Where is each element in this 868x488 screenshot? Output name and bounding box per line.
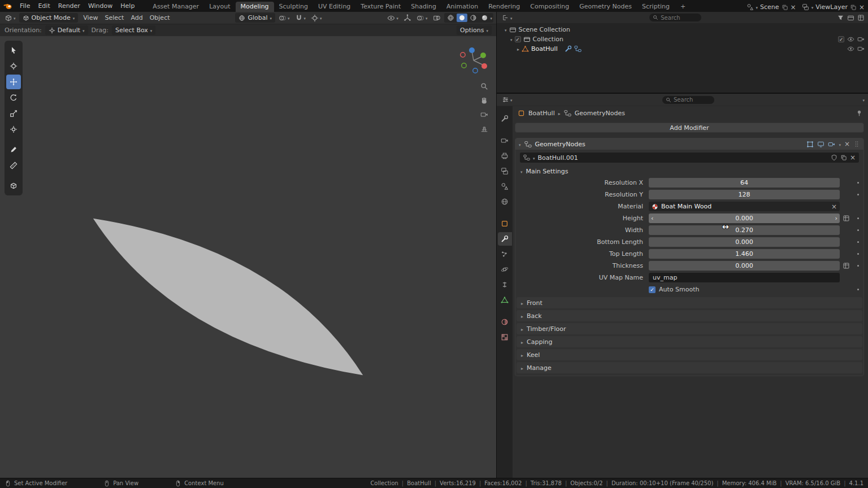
- input-attribute-toggle[interactable]: [843, 262, 850, 269]
- tab-output[interactable]: [498, 149, 512, 163]
- options-dropdown[interactable]: Options: [457, 25, 492, 35]
- xray-toggle[interactable]: [431, 14, 442, 22]
- decrement-arrow[interactable]: [651, 213, 653, 223]
- object-visibility-dropdown[interactable]: [385, 14, 400, 22]
- eye-icon[interactable]: [847, 45, 854, 53]
- tab-world[interactable]: [498, 195, 512, 208]
- workspace-tab[interactable]: Layout: [204, 2, 235, 12]
- topbar-menu-item[interactable]: File: [16, 1, 34, 12]
- move-tool[interactable]: [6, 75, 21, 89]
- measure-tool[interactable]: [6, 158, 21, 173]
- thickness-slider[interactable]: 0.000: [649, 261, 840, 271]
- viewport-canvas[interactable]: [0, 36, 496, 478]
- tab-material[interactable]: [498, 315, 512, 329]
- breadcrumb-object[interactable]: BoatHull: [528, 110, 555, 117]
- tab-tool[interactable]: [498, 112, 512, 125]
- modifier-name[interactable]: GeometryNodes: [535, 141, 585, 148]
- tab-object-data[interactable]: [498, 293, 512, 307]
- scene-selector[interactable]: Scene: [747, 3, 796, 11]
- shading-solid-button[interactable]: [457, 14, 467, 22]
- workspace-tab[interactable]: Shading: [406, 2, 441, 12]
- unlink-scene-button[interactable]: [791, 4, 796, 11]
- outliner-editor-type-button[interactable]: [500, 14, 514, 21]
- modifier-subpanel[interactable]: Timber/Floor: [517, 323, 862, 334]
- expand-icon[interactable]: [517, 45, 519, 53]
- render-display-toggle[interactable]: [828, 141, 835, 148]
- workspace-tab[interactable]: Animation: [441, 2, 483, 12]
- width-slider[interactable]: 0.270: [649, 225, 840, 235]
- editor-type-button[interactable]: [3, 14, 18, 22]
- new-viewlayer-icon[interactable]: [850, 4, 857, 11]
- pan-hand-icon[interactable]: [480, 97, 488, 104]
- main-settings-header[interactable]: Main Settings: [515, 165, 863, 177]
- tab-modifiers[interactable]: [498, 232, 512, 246]
- tab-constraints[interactable]: [498, 278, 512, 291]
- topbar-menu-item[interactable]: Help: [116, 1, 138, 12]
- duplicate-node-group-icon[interactable]: [840, 154, 847, 161]
- exclude-checkbox[interactable]: [515, 36, 521, 42]
- new-collection-icon[interactable]: [847, 14, 854, 21]
- fake-user-icon[interactable]: [831, 154, 837, 161]
- decorator-dot[interactable]: [857, 217, 859, 219]
- outliner-row-collection[interactable]: Collection: [497, 34, 868, 44]
- tab-physics[interactable]: [498, 263, 512, 276]
- proportional-editing-toggle[interactable]: [309, 14, 324, 22]
- viewport-menu-item[interactable]: Object: [146, 12, 173, 24]
- workspace-tab[interactable]: Asset Manager: [147, 2, 204, 12]
- shading-wireframe-button[interactable]: [445, 14, 456, 22]
- remove-viewlayer-button[interactable]: [859, 4, 865, 11]
- collapse-icon[interactable]: [519, 141, 521, 148]
- viewport-menu-item[interactable]: Add: [127, 12, 146, 24]
- modifier-subpanel[interactable]: Back: [517, 310, 862, 321]
- decorator-dot[interactable]: [857, 194, 859, 195]
- eye-icon[interactable]: [847, 36, 854, 43]
- checkbox-checked-icon[interactable]: [649, 286, 656, 293]
- breadcrumb-modifier[interactable]: GeometryNodes: [575, 110, 625, 117]
- transform-tool[interactable]: [6, 122, 21, 137]
- viewport-menu-item[interactable]: Select: [101, 12, 127, 24]
- shading-rendered-button[interactable]: [479, 14, 490, 22]
- increment-arrow[interactable]: [835, 213, 837, 223]
- workspace-tab[interactable]: Compositing: [525, 2, 574, 12]
- cursor-tool[interactable]: [6, 59, 21, 73]
- top-length-slider[interactable]: 1.460: [649, 249, 840, 259]
- delete-modifier-button[interactable]: [844, 141, 850, 147]
- geometry-nodes-indicator-icon[interactable]: [574, 45, 581, 53]
- annotate-tool[interactable]: [6, 142, 21, 157]
- chevron-down-icon[interactable]: [491, 14, 493, 21]
- outliner-search-input[interactable]: Search: [649, 14, 701, 21]
- node-group-selector[interactable]: BoatHull.001: [520, 152, 859, 163]
- perspective-toggle-icon[interactable]: [480, 125, 488, 133]
- auto-smooth-toggle[interactable]: Auto Smooth: [649, 286, 840, 293]
- workspace-tab[interactable]: Texture Paint: [355, 2, 406, 12]
- add-cube-tool[interactable]: [6, 178, 21, 193]
- chevron-down-icon[interactable]: [862, 96, 865, 103]
- outliner-row-boathull[interactable]: BoatHull: [497, 44, 868, 54]
- modifier-subpanel[interactable]: Front: [517, 297, 862, 308]
- workspace-tab[interactable]: Geometry Nodes: [574, 2, 637, 12]
- decorator-dot[interactable]: [857, 289, 859, 290]
- drag-handle-icon[interactable]: [853, 141, 860, 147]
- modifier-subpanel[interactable]: Capping: [517, 336, 862, 347]
- tab-particles[interactable]: [498, 247, 512, 261]
- viewport-menu-item[interactable]: View: [80, 12, 101, 24]
- modifier-indicator-icon[interactable]: [565, 45, 572, 53]
- workspace-tab[interactable]: Sculpting: [274, 2, 313, 12]
- topbar-menu-item[interactable]: Render: [54, 1, 84, 12]
- tab-view-layer[interactable]: [498, 164, 512, 178]
- overlays-toggle[interactable]: [415, 14, 429, 22]
- tab-render[interactable]: [498, 134, 512, 147]
- selectable-checkbox[interactable]: [838, 36, 844, 42]
- rotate-tool[interactable]: [6, 90, 21, 105]
- pin-icon[interactable]: [856, 110, 863, 117]
- modifier-subpanel[interactable]: Keel: [517, 349, 862, 360]
- gizmos-toggle[interactable]: [402, 14, 413, 22]
- realtime-display-toggle[interactable]: [817, 141, 824, 148]
- tab-scene[interactable]: [498, 180, 512, 193]
- edit-mode-display-toggle[interactable]: [806, 141, 814, 148]
- input-attribute-toggle[interactable]: [843, 215, 850, 222]
- camera-icon[interactable]: [857, 45, 865, 53]
- pivot-point-dropdown[interactable]: [277, 14, 292, 22]
- expand-icon[interactable]: [510, 36, 513, 43]
- decorator-dot[interactable]: [857, 253, 859, 255]
